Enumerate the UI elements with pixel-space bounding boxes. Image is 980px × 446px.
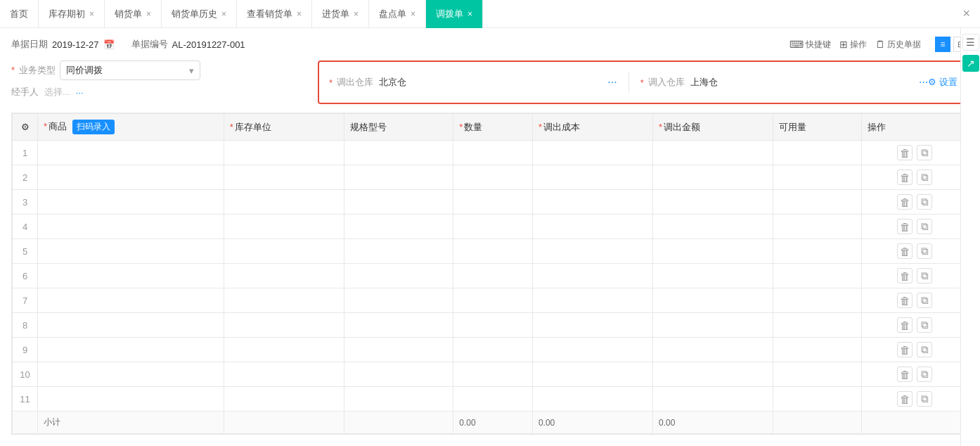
copy-icon[interactable]: ⧉ xyxy=(917,145,932,160)
sidebar-list-icon[interactable]: ☰ xyxy=(962,34,979,51)
copy-icon[interactable]: ⧉ xyxy=(917,391,932,407)
table-row: 8 🗑⧉ xyxy=(13,313,968,338)
table-row: 3 🗑⧉ xyxy=(13,190,968,215)
tab-sales-order[interactable]: 销货单 × xyxy=(105,0,162,28)
business-type-value: 同价调拨 xyxy=(66,64,183,77)
copy-icon[interactable]: ⧉ xyxy=(917,219,932,234)
warehouse-out-ellipsis[interactable]: ··· xyxy=(607,76,617,89)
calendar-icon[interactable]: 📅 xyxy=(103,39,115,50)
form-section: * 业务类型 同价调拨 ▾ 经手人 选择... ··· * 调出仓库 北京仓 ·… xyxy=(11,60,969,104)
date-value: 2019-12-27 xyxy=(52,39,99,50)
tab-home[interactable]: 首页 xyxy=(0,0,39,28)
tab-bar: 首页 库存期初 × 销货单 × 销货单历史 × 查看销货单 × 进货单 × 盘点… xyxy=(0,0,980,28)
col-unit: *库存单位 xyxy=(224,114,344,141)
col-ops: 操作 xyxy=(862,114,968,141)
close-tab-sales-order[interactable]: × xyxy=(146,9,151,19)
transfer-table: ⚙ *商品 扫码录入 *库存单位 规格型号 *数量 *调出成本 *调出金额 可用… xyxy=(12,113,968,434)
operator-placeholder: 选择... xyxy=(44,86,70,98)
scan-button[interactable]: 扫码录入 xyxy=(72,120,115,134)
col-cost: *调出成本 xyxy=(532,114,652,141)
table-row: 11 🗑⧉ xyxy=(13,387,968,412)
operate-button[interactable]: ⊞ 操作 xyxy=(839,39,867,51)
col-settings[interactable]: ⚙ xyxy=(13,114,38,141)
doc-number-value: AL-20191227-001 xyxy=(172,39,245,50)
operator-ellipsis-button[interactable]: ··· xyxy=(76,87,84,98)
delete-icon[interactable]: 🗑 xyxy=(897,293,913,308)
copy-icon[interactable]: ⧉ xyxy=(917,268,932,283)
tab-view-sales[interactable]: 查看销货单 × xyxy=(237,0,312,28)
layout-list-icon[interactable]: ≡ xyxy=(935,37,950,52)
col-amount: *调出金额 xyxy=(653,114,773,141)
doc-number-field: 单据编号 AL-20191227-001 xyxy=(131,38,245,51)
copy-icon[interactable]: ⧉ xyxy=(917,194,932,210)
delete-icon[interactable]: 🗑 xyxy=(897,367,913,382)
table-row: 5 🗑⧉ xyxy=(13,239,968,264)
right-sidebar: ☰ ↗ xyxy=(960,28,980,446)
close-tab-sales-history[interactable]: × xyxy=(221,9,226,19)
delete-icon[interactable]: 🗑 xyxy=(897,219,913,234)
copy-icon[interactable]: ⧉ xyxy=(917,342,932,357)
tab-transfer[interactable]: 调拨单 × xyxy=(426,0,483,28)
subtotal-cost: 0.00 xyxy=(532,412,652,434)
copy-icon[interactable]: ⧉ xyxy=(917,170,932,185)
table-row: 2 🗑⧉ xyxy=(13,165,968,190)
window-close-button[interactable]: × xyxy=(953,6,980,21)
warehouse-out-label: 调出仓库 xyxy=(337,76,373,89)
business-type-select[interactable]: 同价调拨 ▾ xyxy=(60,60,200,80)
header-actions: ⌨ 快捷键 ⊞ 操作 🗒 历史单据 ≡ ⊞ xyxy=(789,37,969,52)
table-row: 10 🗑⧉ xyxy=(13,362,968,387)
table-container: ⚙ *商品 扫码录入 *库存单位 规格型号 *数量 *调出成本 *调出金额 可用… xyxy=(11,113,969,435)
close-tab-view-sales[interactable]: × xyxy=(297,9,302,19)
subtotal-label: 小计 xyxy=(38,412,224,434)
business-type-field: * 业务类型 同价调拨 ▾ xyxy=(11,60,307,80)
table-row: 6 🗑⧉ xyxy=(13,264,968,288)
form-left: * 业务类型 同价调拨 ▾ 经手人 选择... ··· xyxy=(11,60,307,104)
dropdown-arrow-icon: ▾ xyxy=(189,65,194,76)
warehouse-in-field: * 调入仓库 上海仓 ··· xyxy=(640,76,929,89)
table-row: 1 🗑⧉ xyxy=(13,141,968,165)
delete-icon[interactable]: 🗑 xyxy=(897,268,913,283)
delete-icon[interactable]: 🗑 xyxy=(897,145,913,160)
delete-icon[interactable]: 🗑 xyxy=(897,170,913,185)
warehouse-out-value: 北京仓 xyxy=(379,76,406,89)
delete-icon[interactable]: 🗑 xyxy=(897,194,913,210)
header-row: 单据日期 2019-12-27 📅 单据编号 AL-20191227-001 ⌨… xyxy=(11,37,969,52)
tab-inventory-init[interactable]: 库存期初 × xyxy=(39,0,105,28)
settings-button[interactable]: ⚙ 设置 xyxy=(928,76,958,89)
sidebar-export-icon[interactable]: ↗ xyxy=(962,55,979,72)
col-spec: 规格型号 xyxy=(344,114,453,141)
subtotal-row: 小计 0.00 0.00 0.00 xyxy=(13,412,968,434)
close-tab-transfer[interactable]: × xyxy=(468,9,472,19)
tab-inventory[interactable]: 盘点单 × xyxy=(369,0,426,28)
table-row: 7 🗑⧉ xyxy=(13,288,968,313)
date-field: 单据日期 2019-12-27 📅 xyxy=(11,38,115,51)
delete-icon[interactable]: 🗑 xyxy=(897,317,913,333)
copy-icon[interactable]: ⧉ xyxy=(917,367,932,382)
warehouse-in-ellipsis[interactable]: ··· xyxy=(919,76,928,89)
history-icon: 🗒 xyxy=(875,39,885,50)
copy-icon[interactable]: ⧉ xyxy=(917,293,932,308)
main-content: 单据日期 2019-12-27 📅 单据编号 AL-20191227-001 ⌨… xyxy=(0,28,980,446)
shortcut-key-button[interactable]: ⌨ 快捷键 xyxy=(789,39,831,51)
operate-icon: ⊞ xyxy=(839,39,848,50)
subtotal-qty: 0.00 xyxy=(453,412,533,434)
delete-icon[interactable]: 🗑 xyxy=(897,342,913,357)
delete-icon[interactable]: 🗑 xyxy=(897,243,913,259)
col-available: 可用量 xyxy=(773,114,862,141)
copy-icon[interactable]: ⧉ xyxy=(917,243,932,259)
warehouse-out-field: * 调出仓库 北京仓 ··· xyxy=(329,76,617,89)
operator-row: 经手人 选择... ··· xyxy=(11,86,307,98)
warehouse-in-value: 上海仓 xyxy=(690,76,718,89)
tab-sales-history[interactable]: 销货单历史 × xyxy=(162,0,237,28)
copy-icon[interactable]: ⧉ xyxy=(917,317,932,333)
close-tab-inventory[interactable]: × xyxy=(411,9,415,19)
col-goods: *商品 扫码录入 xyxy=(38,114,224,141)
history-button[interactable]: 🗒 历史单据 xyxy=(875,39,921,51)
close-tab-inventory-init[interactable]: × xyxy=(89,9,94,19)
delete-icon[interactable]: 🗑 xyxy=(897,391,913,407)
warehouse-in-label: 调入仓库 xyxy=(648,76,685,89)
tab-purchase[interactable]: 进货单 × xyxy=(312,0,369,28)
close-tab-purchase[interactable]: × xyxy=(354,9,359,19)
subtotal-amount: 0.00 xyxy=(653,412,773,434)
table-row: 4 🗑⧉ xyxy=(13,215,968,239)
